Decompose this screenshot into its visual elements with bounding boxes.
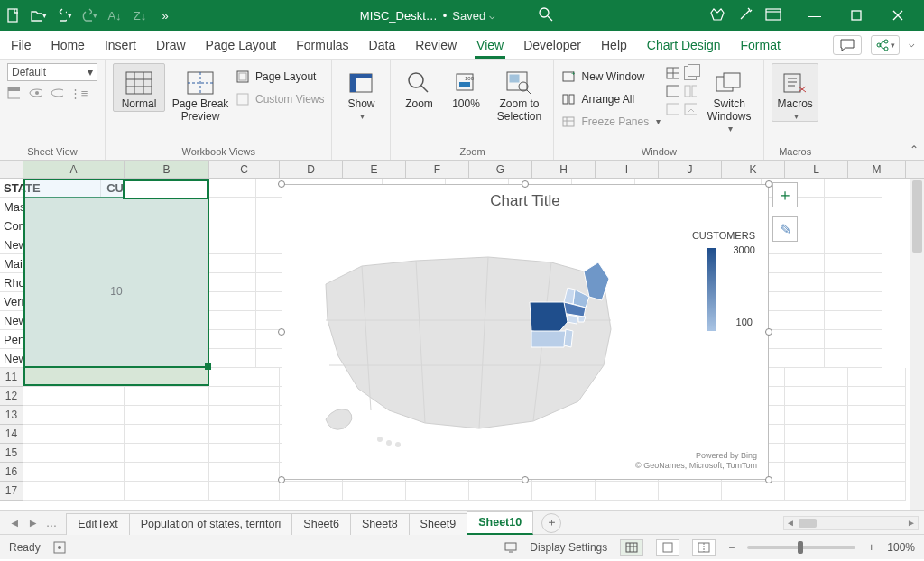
tab-nav-next[interactable]: ► xyxy=(27,517,38,529)
share-button[interactable]: ▾ xyxy=(871,35,900,55)
arrange-all-button[interactable]: Arrange All xyxy=(561,89,661,108)
cell[interactable]: STATE xyxy=(0,179,101,198)
cell[interactable]: 2000 xyxy=(101,198,186,216)
cell[interactable] xyxy=(825,216,882,235)
cell[interactable] xyxy=(125,425,209,444)
tab-review[interactable]: Review xyxy=(413,32,458,59)
chart-handle[interactable] xyxy=(278,476,285,483)
cell[interactable] xyxy=(825,235,882,254)
zoom-slider[interactable] xyxy=(747,546,855,549)
cell[interactable] xyxy=(125,368,209,387)
cell[interactable] xyxy=(23,387,125,406)
zoom-100-button[interactable]: 100 100% xyxy=(445,63,486,112)
cell[interactable]: 100 xyxy=(101,216,186,235)
col-header-A[interactable]: A xyxy=(23,161,125,178)
row-header[interactable]: 14 xyxy=(0,425,23,444)
cell[interactable]: 1500 xyxy=(101,254,186,273)
premium-icon[interactable] xyxy=(709,7,725,24)
cell[interactable] xyxy=(848,444,906,463)
cell[interactable]: CUSTOMERS xyxy=(101,179,186,198)
cell[interactable] xyxy=(785,387,848,406)
tab-nav-prev[interactable]: ◄ xyxy=(9,517,20,529)
page-break-preview-button[interactable]: Page Break Preview xyxy=(171,63,230,124)
cell[interactable] xyxy=(186,198,256,216)
page-layout-button[interactable]: Page Layout xyxy=(236,67,324,86)
cell[interactable] xyxy=(209,387,280,406)
sheet-tab[interactable]: Sheet8 xyxy=(350,513,410,535)
chart-handle[interactable] xyxy=(522,180,529,188)
sort-desc-icon[interactable]: Z↓ xyxy=(132,7,148,23)
normal-view-button[interactable]: Normal xyxy=(113,63,165,112)
tab-nav-more[interactable]: … xyxy=(46,517,58,529)
qat-overflow-icon[interactable]: » xyxy=(157,7,173,23)
cell[interactable] xyxy=(532,482,596,501)
cell[interactable]: 100 xyxy=(101,273,186,292)
cell[interactable] xyxy=(785,368,848,387)
cell[interactable]: Vermont xyxy=(0,292,101,311)
cell[interactable] xyxy=(209,482,280,501)
cell[interactable]: 450 xyxy=(101,330,186,349)
view-options-icon[interactable]: ⋮≡ xyxy=(72,87,85,99)
chart-styles-button[interactable]: ✎ xyxy=(772,216,798,242)
cell[interactable] xyxy=(23,425,125,444)
row-header[interactable]: 11 xyxy=(0,368,23,387)
cell[interactable] xyxy=(23,444,125,463)
cell[interactable]: New Jersey xyxy=(0,349,101,368)
exit-view-icon[interactable] xyxy=(29,87,42,99)
zoom-level[interactable]: 100% xyxy=(887,541,915,554)
cell[interactable] xyxy=(762,273,825,292)
cell[interactable] xyxy=(825,179,882,198)
search-icon[interactable] xyxy=(539,7,553,24)
sheet-view-combo[interactable]: Default▾ xyxy=(7,63,97,81)
cell[interactable] xyxy=(125,482,209,501)
vertical-scrollbar[interactable] xyxy=(910,179,924,510)
hide-icon[interactable] xyxy=(666,85,679,97)
cell[interactable]: Massachusetts xyxy=(0,198,101,216)
cell[interactable] xyxy=(722,482,785,501)
switch-windows-button[interactable]: Switch Windows▾ xyxy=(702,63,756,134)
sheet-tab[interactable]: Sheet10 xyxy=(467,511,533,535)
cell[interactable] xyxy=(825,349,882,368)
cell[interactable] xyxy=(848,368,906,387)
cell[interactable] xyxy=(785,425,848,444)
cell[interactable] xyxy=(23,406,125,425)
tab-help[interactable]: Help xyxy=(599,32,629,59)
cell[interactable]: Pennsylvania xyxy=(0,330,101,349)
cell[interactable] xyxy=(23,368,125,387)
cell[interactable] xyxy=(209,444,280,463)
sheet-tab[interactable]: Sheet9 xyxy=(409,513,468,535)
zoom-in-button[interactable]: + xyxy=(868,541,874,554)
view-page-layout-icon[interactable] xyxy=(656,539,679,556)
cell[interactable] xyxy=(469,482,532,501)
cell[interactable] xyxy=(186,254,256,273)
cell[interactable] xyxy=(825,292,882,311)
cell[interactable] xyxy=(785,463,848,482)
wand-icon[interactable] xyxy=(738,7,753,24)
col-header-E[interactable]: E xyxy=(343,161,406,178)
col-header-D[interactable]: D xyxy=(280,161,343,178)
col-header-B[interactable]: B xyxy=(125,161,209,178)
chart-handle[interactable] xyxy=(278,180,285,188)
tab-developer[interactable]: Developer xyxy=(522,32,583,59)
open-folder-icon[interactable]: ▾ xyxy=(31,7,47,23)
cell[interactable] xyxy=(762,292,825,311)
cell[interactable] xyxy=(825,273,882,292)
cell[interactable] xyxy=(186,216,256,235)
macros-button[interactable]: Macros▾ xyxy=(772,63,818,122)
cell[interactable] xyxy=(186,292,256,311)
col-header-K[interactable]: K xyxy=(722,161,785,178)
cell[interactable] xyxy=(23,463,125,482)
cell[interactable] xyxy=(186,273,256,292)
minimize-button[interactable]: — xyxy=(794,0,836,31)
zoom-to-selection-button[interactable]: Zoom to Selection xyxy=(492,63,546,124)
cell[interactable] xyxy=(186,311,256,330)
chart-handle[interactable] xyxy=(278,328,285,336)
cell[interactable] xyxy=(209,368,280,387)
new-file-icon[interactable] xyxy=(5,7,22,23)
cell[interactable] xyxy=(125,387,209,406)
display-settings-label[interactable]: Display Settings xyxy=(530,541,607,554)
col-header-G[interactable]: G xyxy=(469,161,532,178)
cell[interactable] xyxy=(848,387,906,406)
cell[interactable] xyxy=(848,406,906,425)
chart-handle[interactable] xyxy=(765,180,772,188)
